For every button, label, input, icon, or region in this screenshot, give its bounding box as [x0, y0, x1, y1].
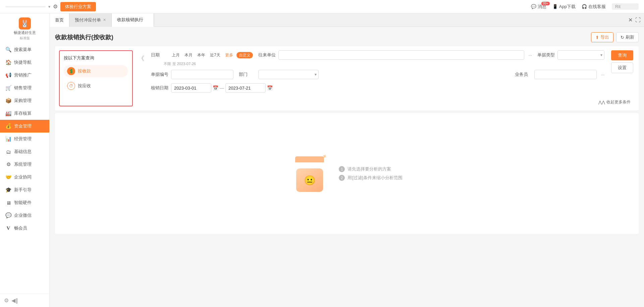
sidebar-item-operation[interactable]: 📊 经营管理 — [0, 133, 49, 145]
sidebar-item-label: 企业协同 — [14, 174, 32, 180]
sidebar-item-member[interactable]: V 畅会员 — [0, 222, 49, 235]
empty-illustration: 😐 ✦ — [291, 155, 328, 192]
sidebar-item-basicinfo[interactable]: 🗂 基础信息 — [0, 145, 49, 158]
query-button[interactable]: 查询 — [611, 50, 633, 60]
export-icon: ⬆ — [595, 35, 599, 40]
sidebar-item-label: 营销推广 — [14, 72, 32, 78]
sidebar-collapse-icon[interactable]: ◀‖ — [11, 297, 18, 304]
sales-icon: 🛒 — [5, 85, 11, 91]
calendar-start-icon[interactable]: 📅 — [213, 85, 218, 91]
content-area: 首页 预付冲应付单 ✕ 收款核销执行 ✕ ✕ ⛶ 收款核销执行(按收款) ⬆ — [50, 13, 644, 307]
online-service-label: 在线客服 — [588, 4, 606, 10]
system-icon: ⚙ — [5, 161, 11, 167]
top-bar-dropdown-arrow[interactable]: ▾ — [48, 4, 50, 9]
filter-writeoffdate-item: 核销日期 📅 — 📅 — [151, 83, 273, 93]
sidebar-item-label: 搜索菜单 — [14, 47, 32, 53]
basicinfo-icon: 🗂 — [5, 149, 11, 155]
date-btn-this-year[interactable]: 本年 — [196, 52, 207, 59]
wechat-icon: 💬 — [5, 212, 11, 218]
sidebar-item-wechat[interactable]: 💬 企业微信 — [0, 209, 49, 222]
tab-home-label: 首页 — [55, 17, 64, 23]
voucherno-input[interactable] — [171, 70, 233, 79]
main-layout: 🐰 畅捷通好生意 标准版 🔍 搜索菜单 🏠 快捷导航 📢 营销推广 🛒 销售管理 — [0, 13, 644, 307]
tab-collection[interactable]: 收款核销执行 ✕ — [112, 13, 154, 27]
empty-state: 😐 ✦ 1 请先选择要分析的方案 2 用 — [291, 155, 402, 192]
sidebar-item-label: 采购管理 — [14, 98, 32, 104]
tab-bar-actions: ✕ ⛶ — [625, 17, 644, 23]
date-btn-more[interactable]: 更多 — [224, 52, 234, 59]
staff-more-icon[interactable]: ··· — [601, 72, 604, 77]
sidebar-item-label: 新手引导 — [14, 187, 32, 193]
member-icon: V — [5, 225, 11, 231]
sidebar-item-label: 资金管理 — [14, 123, 32, 129]
app-download-item[interactable]: 📱 App下载 — [552, 4, 576, 10]
refresh-button[interactable]: ↻ 刷新 — [616, 32, 639, 42]
sidebar-item-label: 畅会员 — [14, 225, 27, 231]
vouchertype-select-wrapper: ▾ — [557, 50, 604, 60]
sidebar-item-guide[interactable]: 🎓 新手引导 — [0, 184, 49, 196]
staff-label: 业务员 — [515, 71, 532, 78]
dept-select[interactable] — [258, 70, 319, 79]
vouchertype-select[interactable] — [557, 50, 604, 60]
sidebar-item-enterprise[interactable]: 🤝 企业协同 — [0, 171, 49, 184]
collapse-more-button[interactable]: ⋀⋀ 收起更多条件 — [596, 98, 633, 106]
query-panel-collapse-button[interactable]: 《 — [137, 52, 146, 65]
collapse-more-label: 收起更多条件 — [606, 99, 631, 105]
tab-prepay[interactable]: 预付冲应付单 ✕ — [69, 13, 112, 27]
export-button[interactable]: ⬆ 导出 — [591, 32, 613, 42]
operation-icon: 📊 — [5, 136, 11, 142]
calendar-end-icon[interactable]: 📅 — [267, 85, 273, 91]
query-left-panel: 按以下方案查询 💲 按收款 ⏱ 按应收 — [59, 50, 133, 106]
date-btn-custom[interactable]: 自定义 — [236, 52, 253, 58]
filter-date-item: 日期 上月 本月 本年 近7天 更多 自定义 — [151, 52, 253, 59]
sidebar-item-marketing[interactable]: 📢 营销推广 — [0, 69, 49, 82]
guide-icon: 🎓 — [5, 187, 11, 193]
page-title: 收款核销执行(按收款) — [55, 33, 113, 41]
query-item-by-receipt[interactable]: 💲 按收款 — [64, 65, 128, 77]
sidebar-item-quicknav[interactable]: 🏠 快捷导航 — [0, 56, 49, 69]
settings-button[interactable]: 设置 — [611, 62, 633, 73]
sidebar-item-search[interactable]: 🔍 搜索菜单 — [0, 43, 49, 56]
counterpart-more-icon[interactable]: ··· — [528, 53, 532, 58]
tab-prepay-close[interactable]: ✕ — [103, 18, 106, 22]
user-display[interactable]: Rit — [612, 3, 639, 10]
marketing-icon: 📢 — [5, 72, 11, 78]
online-service-item[interactable]: 🎧 在线客服 — [582, 4, 606, 10]
empty-box-face: 😐 — [304, 175, 316, 186]
tab-collection-label: 收款核销执行 — [117, 17, 143, 23]
writeoffdate-end-input[interactable] — [225, 83, 266, 93]
sidebar-item-purchase[interactable]: 📦 采购管理 — [0, 94, 49, 107]
writeoffdate-start-input[interactable] — [171, 83, 211, 93]
date-btn-last-month[interactable]: 上月 — [170, 52, 181, 59]
solution-button[interactable]: 体验行业方案 — [60, 2, 96, 11]
top-bar: ▾ ⚙ 体验行业方案 💬 消息 99+ 📱 App下载 🎧 在线客服 Rit — [0, 0, 644, 13]
tab-home[interactable]: 首页 — [50, 13, 69, 27]
date-label: 日期 — [151, 52, 168, 58]
query-item-by-receivable[interactable]: ⏱ 按应收 — [64, 80, 128, 92]
filter-counterpart-item: 往来单位 ··· — [258, 50, 532, 60]
app-download-label: App下载 — [559, 4, 576, 10]
top-bar-gear-icon[interactable]: ⚙ — [53, 3, 58, 10]
top-bar-left: ▾ ⚙ 体验行业方案 — [5, 2, 528, 11]
date-btn-7days[interactable]: 近7天 — [209, 52, 222, 59]
staff-input[interactable] — [534, 70, 597, 79]
dept-select-wrapper: ▾ — [258, 70, 319, 79]
sidebar-item-finance[interactable]: 💰 资金管理 — [0, 120, 49, 133]
tab-expand-button[interactable]: ⛶ — [635, 17, 641, 23]
filter-dept-item: 部门 ▾ — [239, 70, 509, 79]
finance-icon: 💰 — [5, 123, 11, 129]
tab-close-all-button[interactable]: ✕ — [628, 17, 633, 23]
sidebar-item-inventory[interactable]: 🏭 库存核算 — [0, 107, 49, 120]
sidebar-nav: 🔍 搜索菜单 🏠 快捷导航 📢 营销推广 🛒 销售管理 📦 采购管理 🏭 — [0, 43, 49, 294]
sidebar-item-sales[interactable]: 🛒 销售管理 — [0, 82, 49, 94]
counterpart-input[interactable] — [278, 50, 524, 60]
sidebar-item-label: 智能硬件 — [14, 200, 32, 206]
sidebar-item-hardware[interactable]: 🖥 智能硬件 — [0, 196, 49, 209]
message-item[interactable]: 💬 消息 99+ — [531, 4, 546, 10]
sidebar-settings-icon[interactable]: ⚙ — [4, 297, 9, 304]
empty-box-body: 😐 — [296, 168, 323, 192]
home-icon: 🏠 — [5, 59, 11, 65]
tab-collection-close[interactable]: ✕ — [145, 17, 148, 22]
date-btn-this-month[interactable]: 本月 — [183, 52, 194, 59]
sidebar-item-system[interactable]: ⚙ 系统管理 — [0, 158, 49, 171]
